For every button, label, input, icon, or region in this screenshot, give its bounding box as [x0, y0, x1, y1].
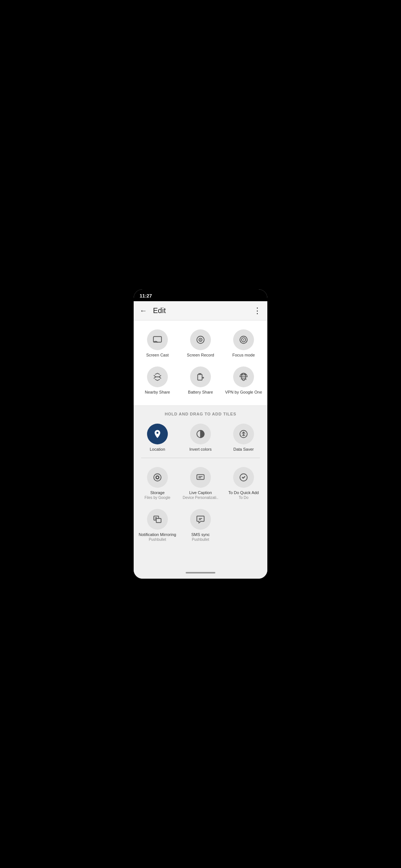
active-tiles-grid: Screen Cast Screen Record	[137, 326, 264, 398]
tile-location-icon-wrap	[147, 424, 168, 444]
tile-screen-cast[interactable]: Screen Cast	[137, 326, 178, 361]
svg-rect-23	[156, 519, 161, 523]
screen-cast-icon	[153, 335, 162, 345]
drag-section: HOLD AND DRAG TO ADD TILES Location	[134, 406, 267, 550]
section-divider	[141, 458, 260, 458]
home-bar	[134, 568, 267, 579]
tile-location[interactable]: Location	[137, 421, 178, 455]
tile-nearby-share[interactable]: Nearby Share	[137, 364, 178, 398]
tile-storage-sublabel: Files by Google	[144, 495, 170, 500]
tile-battery-share[interactable]: Battery Share	[180, 364, 221, 398]
tile-todo-sublabel: To Do	[239, 495, 248, 500]
tile-todo[interactable]: To Do Quick Add To Do	[223, 464, 264, 503]
tile-focus-mode-icon-wrap	[233, 329, 254, 350]
vpn-icon	[239, 372, 248, 382]
tile-focus-mode[interactable]: Focus mode	[223, 326, 264, 361]
todo-icon	[239, 473, 248, 482]
screen-record-icon	[196, 335, 205, 345]
tile-location-label: Location	[150, 447, 165, 452]
tile-focus-mode-label: Focus mode	[232, 352, 255, 358]
tile-live-caption-label: Live Caption	[189, 490, 212, 495]
tile-data-saver-icon-wrap	[233, 424, 254, 444]
tile-screen-record[interactable]: Screen Record	[180, 326, 221, 361]
status-bar: 11:27	[134, 289, 267, 301]
back-button[interactable]: ←	[140, 306, 147, 315]
tile-battery-share-icon-wrap	[190, 366, 211, 387]
tile-nearby-share-label: Nearby Share	[145, 389, 170, 395]
available-tiles-grid-3: Notification Mirroring Pushbullet SMS sy…	[137, 506, 264, 545]
more-button[interactable]: ⋮	[253, 307, 261, 315]
tile-screen-cast-label: Screen Cast	[146, 352, 169, 358]
clock: 11:27	[140, 293, 152, 299]
tile-battery-share-label: Battery Share	[188, 389, 213, 395]
tile-nearby-share-icon-wrap	[147, 366, 168, 387]
svg-rect-18	[197, 474, 204, 479]
tile-screen-record-label: Screen Record	[187, 352, 214, 358]
tile-vpn-icon-wrap	[233, 366, 254, 387]
page-title: Edit	[153, 306, 253, 315]
tile-notification-mirroring-label: Notification Mirroring	[139, 532, 176, 537]
tile-screen-record-icon-wrap	[190, 329, 211, 350]
tile-todo-label: To Do Quick Add	[228, 490, 259, 495]
nearby-share-icon	[153, 372, 162, 382]
tile-sms-sync-label: SMS sync	[191, 532, 210, 537]
tile-sms-sync-icon-wrap	[190, 509, 211, 530]
svg-point-1	[157, 342, 158, 342]
location-icon	[153, 429, 162, 439]
tile-invert-colors[interactable]: Invert colors	[180, 421, 221, 455]
available-tiles-grid-2: Storage Files by Google Live Caption Dev…	[137, 464, 264, 503]
available-tiles-grid-1: Location Invert colors	[137, 421, 264, 455]
tile-storage-icon-wrap	[147, 467, 168, 488]
tile-notification-mirroring-sublabel: Pushbullet	[149, 537, 166, 542]
tile-live-caption[interactable]: Live Caption Device Personalizati..	[180, 464, 221, 503]
tile-live-caption-sublabel: Device Personalizati..	[183, 495, 218, 500]
sms-sync-icon	[196, 514, 205, 524]
drag-hint-text: HOLD AND DRAG TO ADD TILES	[137, 412, 264, 416]
tile-screen-cast-icon-wrap	[147, 329, 168, 350]
tile-invert-colors-label: Invert colors	[189, 447, 212, 452]
notification-mirroring-icon	[153, 514, 162, 524]
tile-sms-sync[interactable]: SMS sync Pushbullet	[180, 506, 221, 545]
tile-vpn[interactable]: VPN by Google One	[223, 364, 264, 398]
svg-point-7	[243, 339, 244, 340]
tile-invert-colors-icon-wrap	[190, 424, 211, 444]
tile-vpn-label: VPN by Google One	[225, 389, 262, 395]
tile-todo-icon-wrap	[233, 467, 254, 488]
tile-data-saver[interactable]: Data Saver	[223, 421, 264, 455]
svg-point-4	[200, 339, 201, 340]
content-area: Screen Cast Screen Record	[134, 320, 267, 568]
tile-sms-sync-sublabel: Pushbullet	[192, 537, 209, 542]
active-tiles-section: Screen Cast Screen Record	[134, 320, 267, 406]
data-saver-icon	[239, 429, 248, 439]
tile-notification-mirroring[interactable]: Notification Mirroring Pushbullet	[137, 506, 178, 545]
live-caption-icon	[196, 473, 205, 482]
app-bar: ← Edit ⋮	[134, 301, 267, 320]
home-indicator	[186, 572, 215, 573]
svg-rect-8	[198, 375, 202, 380]
tile-live-caption-icon-wrap	[190, 467, 211, 488]
storage-icon	[153, 473, 162, 482]
phone-frame: 11:27 ← Edit ⋮ Screen Cast	[134, 289, 267, 579]
tile-data-saver-label: Data Saver	[233, 447, 254, 452]
svg-point-16	[157, 477, 158, 478]
battery-share-icon	[196, 372, 205, 382]
invert-colors-icon	[196, 429, 205, 439]
tile-storage-label: Storage	[150, 490, 165, 495]
focus-mode-icon	[239, 335, 248, 345]
tile-storage[interactable]: Storage Files by Google	[137, 464, 178, 503]
tile-notification-mirroring-icon-wrap	[147, 509, 168, 530]
